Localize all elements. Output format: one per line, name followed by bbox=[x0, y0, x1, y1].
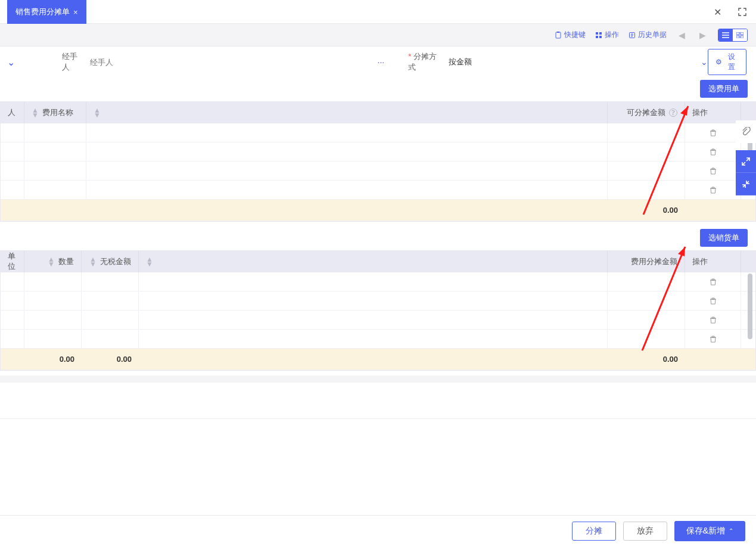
table-row[interactable] bbox=[1, 272, 755, 291]
expand-in-icon[interactable] bbox=[736, 173, 756, 196]
grid-header: 人 ▲▼ 费用名称 ▲▼ 可分摊金额 ? 操作 bbox=[1, 102, 755, 123]
col-fee-alloc[interactable]: 费用分摊金额 bbox=[608, 251, 685, 272]
view-toggle bbox=[718, 29, 748, 42]
delete-row-icon[interactable] bbox=[685, 162, 741, 180]
table-row[interactable] bbox=[1, 142, 755, 162]
footer-bar: 分摊 放弃 保存&新增 ⌃ bbox=[0, 515, 756, 546]
history-icon bbox=[629, 32, 636, 39]
handler-input[interactable] bbox=[90, 58, 385, 67]
sum-row: 0.00 bbox=[1, 200, 755, 221]
expand-out-icon[interactable] bbox=[736, 150, 756, 173]
select-sales-button[interactable]: 选销货单 bbox=[700, 229, 748, 247]
settings-button[interactable]: ⚙ 设置 bbox=[708, 49, 746, 75]
select-expense-button[interactable]: 选费用单 bbox=[700, 80, 748, 98]
chevron-down-icon[interactable]: ⌄ bbox=[701, 57, 708, 67]
svg-rect-0 bbox=[556, 32, 561, 38]
table-row[interactable] bbox=[1, 123, 755, 142]
grid-icon bbox=[595, 32, 602, 39]
svg-rect-8 bbox=[741, 32, 743, 35]
more-icon[interactable]: ··· bbox=[378, 57, 385, 67]
view-card-icon[interactable] bbox=[733, 29, 747, 41]
tab-close-icon[interactable]: × bbox=[73, 8, 78, 17]
fullscreen-icon[interactable] bbox=[736, 5, 749, 18]
form-row: ⌄ 经手人 ··· 分摊方式 按金额 ⌄ ⚙ 设置 bbox=[0, 46, 756, 77]
sort-icon[interactable]: ▲▼ bbox=[32, 108, 39, 117]
svg-rect-9 bbox=[736, 36, 739, 38]
col-unit[interactable]: 单位 bbox=[1, 251, 24, 272]
col-notax[interactable]: ▲▼ 无税金额 bbox=[82, 251, 139, 272]
sales-section: 选销货单 单位 ▲▼ 数量 ▲▼ 无税金额 ▲▼ 费用分摊金额 操作 bbox=[0, 227, 756, 371]
chevron-up-icon: ⌃ bbox=[729, 528, 733, 534]
side-rail bbox=[736, 124, 756, 196]
save-and-new-button[interactable]: 保存&新增 ⌃ bbox=[674, 521, 745, 541]
expense-grid: 人 ▲▼ 费用名称 ▲▼ 可分摊金额 ? 操作 0.00 bbox=[0, 101, 756, 222]
sum-qty: 0.00 bbox=[24, 349, 82, 370]
table-row[interactable] bbox=[1, 291, 755, 311]
svg-rect-7 bbox=[736, 32, 739, 35]
svg-rect-4 bbox=[596, 36, 598, 38]
col-alloc-amount[interactable]: 可分摊金额 ? bbox=[608, 102, 685, 123]
scrollbar[interactable] bbox=[745, 251, 754, 370]
next-doc-icon[interactable]: ▶ bbox=[697, 30, 708, 40]
sum-row: 0.00 0.00 0.00 bbox=[1, 349, 755, 370]
info-icon[interactable]: ? bbox=[669, 108, 677, 117]
sort-icon[interactable]: ▲▼ bbox=[48, 257, 55, 266]
sort-icon[interactable]: ▲▼ bbox=[94, 108, 101, 117]
grid-body: 0.00 0.00 0.00 bbox=[1, 272, 755, 370]
gear-icon: ⚙ bbox=[715, 58, 722, 66]
shortcuts-link[interactable]: 快捷键 bbox=[555, 30, 586, 40]
settings-label: 设置 bbox=[724, 52, 739, 72]
save-label: 保存&新增 bbox=[686, 526, 725, 536]
delete-row-icon[interactable] bbox=[685, 142, 741, 161]
sort-icon[interactable]: ▲▼ bbox=[146, 257, 153, 266]
shortcuts-label: 快捷键 bbox=[564, 30, 586, 40]
view-list-icon[interactable] bbox=[718, 29, 733, 41]
col-fee-name[interactable]: ▲▼ 费用名称 bbox=[24, 102, 86, 123]
history-link[interactable]: 历史单据 bbox=[629, 30, 667, 40]
prev-doc-icon[interactable]: ◀ bbox=[676, 30, 687, 40]
col-partial[interactable]: 人 bbox=[1, 102, 24, 123]
col-empty[interactable]: ▲▼ bbox=[86, 102, 608, 123]
sum-alloc: 0.00 bbox=[608, 349, 685, 370]
delete-row-icon[interactable] bbox=[685, 330, 741, 348]
close-icon[interactable]: ✕ bbox=[711, 5, 724, 18]
svg-rect-3 bbox=[599, 32, 602, 35]
delete-row-icon[interactable] bbox=[685, 311, 741, 329]
grid-header: 单位 ▲▼ 数量 ▲▼ 无税金额 ▲▼ 费用分摊金额 操作 bbox=[1, 251, 755, 272]
expense-section: 选费用单 人 ▲▼ 费用名称 ▲▼ 可分摊金额 ? 操作 0.00 bbox=[0, 77, 756, 222]
svg-rect-10 bbox=[741, 36, 743, 38]
delete-row-icon[interactable] bbox=[685, 291, 741, 310]
table-row[interactable] bbox=[1, 311, 755, 330]
method-field[interactable]: 按金额 ⌄ bbox=[449, 57, 708, 67]
table-row[interactable] bbox=[1, 330, 755, 349]
table-row[interactable] bbox=[1, 181, 755, 200]
section-gap bbox=[0, 376, 756, 383]
handler-label: 经手人 bbox=[62, 51, 85, 73]
col-action: 操作 bbox=[685, 102, 741, 123]
delete-row-icon[interactable] bbox=[685, 272, 741, 291]
svg-rect-5 bbox=[599, 36, 602, 38]
method-label: 分摊方式 bbox=[408, 51, 444, 73]
actions-label: 操作 bbox=[605, 30, 619, 40]
sum-notax: 0.00 bbox=[82, 349, 139, 370]
sort-icon[interactable]: ▲▼ bbox=[89, 257, 97, 266]
delete-row-icon[interactable] bbox=[685, 123, 741, 142]
history-label: 历史单据 bbox=[638, 30, 667, 40]
field-dropdown-icon[interactable]: ⌄ bbox=[7, 57, 15, 68]
discard-button[interactable]: 放弃 bbox=[623, 522, 667, 541]
allocate-button[interactable]: 分摊 bbox=[572, 522, 616, 541]
svg-rect-2 bbox=[596, 32, 598, 35]
col-misc[interactable]: ▲▼ bbox=[139, 251, 608, 272]
actions-link[interactable]: 操作 bbox=[595, 30, 619, 40]
col-action: 操作 bbox=[685, 251, 741, 272]
blank-panel bbox=[0, 383, 756, 418]
clipboard-icon bbox=[555, 32, 562, 39]
tab-active[interactable]: 销售费用分摊单 × bbox=[7, 0, 86, 24]
attachment-icon[interactable] bbox=[736, 120, 756, 143]
col-qty[interactable]: ▲▼ 数量 bbox=[24, 251, 82, 272]
table-row[interactable] bbox=[1, 162, 755, 181]
handler-field[interactable]: ··· bbox=[90, 58, 385, 67]
tab-title: 销售费用分摊单 bbox=[15, 7, 70, 17]
delete-row-icon[interactable] bbox=[685, 181, 741, 199]
method-value: 按金额 bbox=[449, 57, 472, 67]
